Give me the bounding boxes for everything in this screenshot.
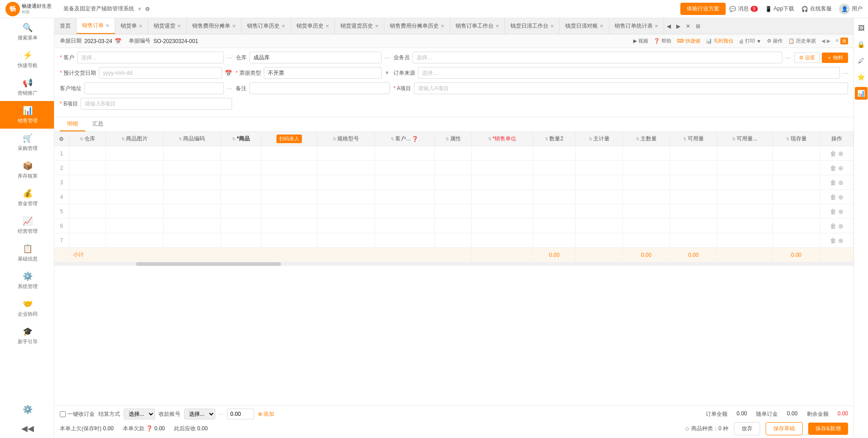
- tab-sales-expense-close[interactable]: ✕: [232, 24, 236, 29]
- app-download-item[interactable]: 📱 App下载: [765, 5, 794, 13]
- row-3-copy-icon[interactable]: ⊕: [838, 179, 844, 186]
- amount-input[interactable]: [227, 409, 254, 419]
- row-4-warehouse[interactable]: [69, 190, 106, 204]
- th-qty2[interactable]: ⇅数量2: [533, 132, 576, 146]
- th-customer-code[interactable]: ⇅客户...❓: [374, 132, 434, 146]
- profit-btn[interactable]: 📊 毛利预估: [706, 38, 733, 44]
- tab-order-history[interactable]: 销售订单历史 ✕: [242, 18, 291, 34]
- row-1-product[interactable]: [221, 146, 262, 161]
- product-count-circle[interactable]: ⊙: [685, 426, 689, 432]
- right-panel-edit-icon[interactable]: 🖊: [855, 54, 868, 67]
- tab-expense-history[interactable]: 销售费用分摊单历史 ✕: [384, 18, 450, 34]
- tab-invoice-history-close[interactable]: ✕: [325, 24, 329, 29]
- tab-home[interactable]: 首页: [54, 18, 77, 34]
- warehouse-input[interactable]: [249, 52, 382, 63]
- scroll-bar[interactable]: [54, 262, 853, 266]
- invoice-dropdown-icon[interactable]: ▼: [384, 70, 390, 76]
- row-6-copy-icon[interactable]: ⊕: [838, 222, 844, 230]
- tab-sales-expense[interactable]: 销售费用分摊单 ✕: [187, 18, 242, 34]
- row-2-ccode[interactable]: [374, 161, 434, 175]
- order-source-more-btn[interactable]: ···: [843, 69, 848, 77]
- row-4-copy-icon[interactable]: ⊕: [838, 193, 844, 201]
- tab-sales-return-close[interactable]: ✕: [177, 24, 181, 29]
- sidebar-item-search[interactable]: 🔍 搜索菜单: [0, 18, 54, 46]
- payment-method-select[interactable]: 选择...: [124, 409, 155, 419]
- tab-daily-workbench-close[interactable]: ✕: [550, 24, 554, 29]
- tab-nav-prev[interactable]: ◀: [664, 18, 674, 34]
- tab-nav-close-all[interactable]: ✕: [683, 18, 693, 34]
- calendar2-icon[interactable]: 📅: [225, 70, 232, 77]
- row-5-qty2[interactable]: [533, 204, 576, 219]
- th-product[interactable]: ⇅*商品: [221, 132, 262, 146]
- table-tab-summary[interactable]: 汇总: [85, 117, 111, 131]
- row-7-delete-icon[interactable]: 🗑: [830, 237, 836, 244]
- right-panel-star-icon[interactable]: ⭐: [855, 71, 868, 83]
- order-source-input[interactable]: [418, 67, 840, 79]
- tab-order-stats-close[interactable]: ✕: [655, 24, 658, 29]
- right-panel-chart-icon[interactable]: 📊: [855, 87, 868, 100]
- row-4-unit[interactable]: [471, 190, 533, 204]
- sidebar-item-inventory[interactable]: 📦 库存核算: [0, 156, 54, 184]
- th-code[interactable]: ⇅商品编码: [163, 132, 221, 146]
- row-2-qty2[interactable]: [533, 161, 576, 175]
- table-tab-detail[interactable]: 明细: [60, 117, 85, 131]
- row-2-unit[interactable]: [471, 161, 533, 175]
- tab-order-workbench[interactable]: 销售订单工作台 ✕: [450, 18, 505, 34]
- scan-button[interactable]: 扫码录入: [276, 135, 302, 143]
- row-7-ccode[interactable]: [374, 233, 434, 248]
- sidebar-item-operations[interactable]: 📈 经营管理: [0, 212, 54, 239]
- th-main-qty[interactable]: ⇅主数量: [623, 132, 670, 146]
- row-2-delete-icon[interactable]: 🗑: [830, 164, 836, 172]
- row-1-ccode[interactable]: [374, 146, 434, 161]
- row-2-product[interactable]: [221, 161, 262, 175]
- delivery-date-input[interactable]: [99, 67, 222, 79]
- row-1-spec[interactable]: [317, 146, 375, 161]
- th-settings[interactable]: ⚙: [54, 132, 69, 146]
- row-7-main-qty[interactable]: [623, 233, 670, 248]
- th-warehouse[interactable]: ⇅仓库: [69, 132, 106, 146]
- row-1-code[interactable]: [163, 146, 221, 161]
- row-6-code[interactable]: [163, 219, 221, 233]
- row-3-unit[interactable]: [471, 175, 533, 190]
- row-7-warehouse[interactable]: [69, 233, 106, 248]
- row-1-copy-icon[interactable]: ⊕: [838, 150, 844, 157]
- th-spec[interactable]: ⇅规格型号: [317, 132, 375, 146]
- warehouse-more-btn[interactable]: ···: [384, 54, 390, 61]
- row-5-spec[interactable]: [317, 204, 375, 219]
- view-btn[interactable]: ▶ 视频: [633, 38, 648, 44]
- row-5-warehouse[interactable]: [69, 204, 106, 219]
- settings-gear-icon[interactable]: ⚙: [145, 6, 150, 12]
- sidebar-item-system[interactable]: ⚙️ 系统管理: [0, 267, 54, 294]
- tab-daily-reconcile[interactable]: 钱货日清对账 ✕: [560, 18, 609, 34]
- row-5-copy-icon[interactable]: ⊕: [838, 208, 844, 215]
- save-draft-button[interactable]: 保存草稿: [766, 422, 803, 435]
- th-stock[interactable]: ⇅现存量: [773, 132, 820, 146]
- shortcut-btn[interactable]: ⌨ 快捷键: [677, 38, 700, 44]
- user-item[interactable]: 👤 用户: [839, 4, 863, 14]
- row-5-unit[interactable]: [471, 204, 533, 219]
- sidebar-item-guide[interactable]: 🎓 新手引导: [0, 322, 54, 350]
- one-click-checkout-label[interactable]: 一键收订金: [60, 410, 95, 418]
- calendar-icon[interactable]: 📅: [115, 38, 121, 44]
- online-service-item[interactable]: 🎧 在线客服: [801, 5, 832, 13]
- right-panel-image-icon[interactable]: 🖼: [855, 22, 868, 34]
- help-btn[interactable]: ❓ 帮助: [654, 38, 671, 44]
- list-view-icon[interactable]: ≡: [836, 38, 839, 44]
- row-3-ccode[interactable]: [374, 175, 434, 190]
- account-select[interactable]: 选择...: [184, 409, 215, 419]
- notification-item[interactable]: 💬 消息 9: [729, 5, 758, 13]
- solution-button[interactable]: 体验行业方案: [680, 3, 726, 15]
- row-4-product[interactable]: [221, 190, 262, 204]
- row-5-product[interactable]: [221, 204, 262, 219]
- tab-sales-return[interactable]: 销货退货 ✕: [148, 18, 187, 34]
- row-6-warehouse[interactable]: [69, 219, 106, 233]
- row-3-product[interactable]: [221, 175, 262, 190]
- row-2-spec[interactable]: [317, 161, 375, 175]
- customer-input[interactable]: [77, 52, 224, 63]
- add-payment-btn[interactable]: ⊕ 添加: [258, 410, 274, 418]
- row-7-spec[interactable]: [317, 233, 375, 248]
- row-3-main-qty[interactable]: [623, 175, 670, 190]
- right-panel-lock-icon[interactable]: 🔒: [855, 38, 868, 51]
- row-3-spec[interactable]: [317, 175, 375, 190]
- tab-nav-next[interactable]: ▶: [674, 18, 683, 34]
